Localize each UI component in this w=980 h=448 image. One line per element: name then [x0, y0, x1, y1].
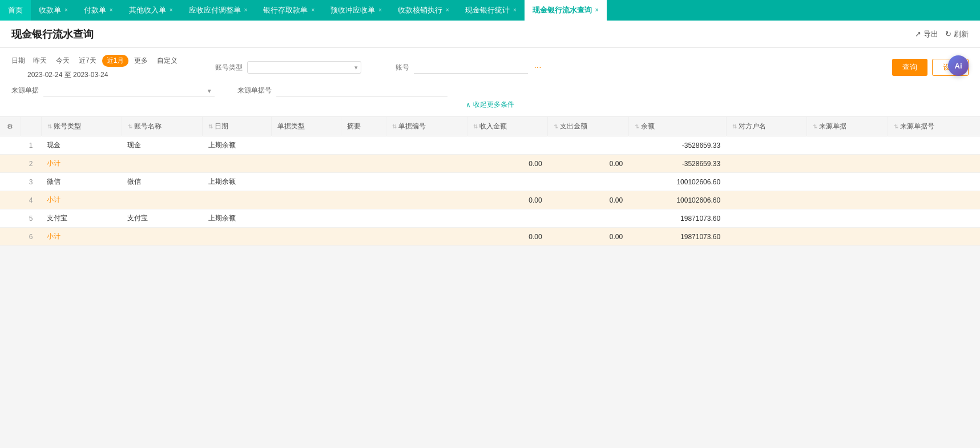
account-type-select[interactable] — [247, 61, 361, 74]
td-balance: 19871073.60 — [628, 209, 726, 228]
td-doc-type — [271, 209, 341, 228]
td-doc-number — [386, 155, 467, 173]
td-gear — [0, 191, 21, 209]
td-expense — [548, 209, 628, 228]
th-account-type[interactable]: 账号类型 — [41, 117, 122, 136]
date-btn-custom[interactable]: 自定义 — [154, 55, 181, 67]
nav-tab-0[interactable]: 收款单 × — [31, 0, 76, 21]
th-settings[interactable]: ⚙ — [0, 117, 21, 136]
query-button[interactable]: 查询 — [892, 59, 927, 76]
close-icon-8[interactable]: × — [595, 0, 599, 21]
table-body: 1 现金 现金 上期余额 -3528659.33 2 小计 0.00 0.00 … — [0, 136, 980, 246]
td-expense: 0.00 — [548, 191, 628, 209]
th-account-name[interactable]: 账号名称 — [122, 117, 202, 136]
close-icon-0[interactable]: × — [64, 0, 68, 21]
nav-tab-2[interactable]: 其他收入单 × — [121, 0, 181, 21]
source-doc-num-input[interactable] — [276, 84, 447, 96]
table-row: 4 小计 0.00 0.00 100102606.60 — [0, 191, 980, 209]
td-expense — [548, 173, 628, 191]
date-btn-yesterday[interactable]: 昨天 — [30, 55, 50, 67]
collapse-bar[interactable]: ∧ 收起更多条件 — [11, 96, 969, 112]
td-account-type: 小计 — [41, 155, 122, 173]
date-options: 昨天 今天 近7天 近1月 更多 自定义 — [30, 55, 181, 67]
td-doc-number — [386, 191, 467, 209]
th-balance[interactable]: 余额 — [628, 117, 726, 136]
td-doc-type — [271, 191, 341, 209]
account-type-filter: 账号类型 — [215, 61, 361, 74]
td-account-type: 小计 — [41, 228, 122, 246]
td-gear — [0, 155, 21, 173]
td-account-type: 支付宝 — [41, 209, 122, 228]
close-icon-5[interactable]: × — [378, 0, 382, 21]
source-doc-select[interactable] — [43, 84, 215, 96]
nav-tab-5[interactable]: 预收冲应收单 × — [322, 0, 390, 21]
td-account-type: 现金 — [41, 136, 122, 155]
date-btn-more[interactable]: 更多 — [131, 55, 151, 67]
th-date[interactable]: 日期 — [203, 117, 271, 136]
td-index: 1 — [21, 136, 41, 155]
td-index: 3 — [21, 173, 41, 191]
account-type-label: 账号类型 — [215, 63, 243, 72]
date-range-display: 2023-02-24 至 2023-03-24 — [27, 70, 181, 80]
nav-tab-7[interactable]: 现金银行统计 × — [457, 0, 525, 21]
ai-button[interactable]: Ai — [948, 55, 969, 76]
close-icon-2[interactable]: × — [170, 0, 173, 21]
td-counterparty — [726, 191, 806, 209]
date-label: 日期 — [11, 56, 25, 66]
td-source-doc — [807, 191, 888, 209]
td-summary — [341, 173, 386, 191]
td-balance: 100102606.60 — [628, 173, 726, 191]
nav-tab-3[interactable]: 应收应付调整单 × — [181, 0, 256, 21]
data-table: ⚙ 账号类型 账号名称 日期 单据类型 摘要 单据编号 收入金额 支出金额 余额… — [0, 117, 980, 246]
td-index: 5 — [21, 209, 41, 228]
close-icon-6[interactable]: × — [446, 0, 449, 21]
refresh-icon: ↻ — [945, 30, 951, 38]
td-source-doc — [807, 136, 888, 155]
td-date: 上期余额 — [203, 173, 271, 191]
td-source-doc — [807, 209, 888, 228]
nav-tab-4[interactable]: 银行存取款单 × — [255, 0, 322, 21]
close-icon-4[interactable]: × — [311, 0, 314, 21]
account-input[interactable] — [414, 62, 528, 74]
nav-tab-8[interactable]: 现金银行流水查询 × — [525, 0, 607, 21]
close-icon-3[interactable]: × — [244, 0, 248, 21]
filter-area: 日期 昨天 今天 近7天 近1月 更多 自定义 2023-02-24 至 202… — [0, 48, 980, 117]
export-button[interactable]: ↗ 导出 — [915, 29, 938, 39]
td-account-name: 支付宝 — [122, 209, 202, 228]
td-summary — [341, 228, 386, 246]
close-icon-1[interactable]: × — [110, 0, 113, 21]
td-source-doc-num — [888, 155, 980, 173]
nav-home[interactable]: 首页 — [0, 0, 31, 21]
td-counterparty — [726, 155, 806, 173]
td-index: 6 — [21, 228, 41, 246]
th-income[interactable]: 收入金额 — [467, 117, 547, 136]
td-summary — [341, 136, 386, 155]
page-header: 现金银行流水查询 ↗ 导出 ↻ 刷新 — [0, 21, 980, 48]
table-header: ⚙ 账号类型 账号名称 日期 单据类型 摘要 单据编号 收入金额 支出金额 余额… — [0, 117, 980, 136]
date-btn-1month[interactable]: 近1月 — [102, 55, 129, 67]
filter-row-2: 来源单据 ▾ 来源单据号 — [11, 84, 969, 96]
th-source-doc[interactable]: 来源单据 — [807, 117, 888, 136]
nav-tab-6[interactable]: 收款核销执行 × — [390, 0, 457, 21]
close-icon-7[interactable]: × — [513, 0, 517, 21]
td-gear — [0, 136, 21, 155]
td-gear — [0, 173, 21, 191]
td-date — [203, 228, 271, 246]
date-btn-7days[interactable]: 近7天 — [75, 55, 100, 67]
td-doc-number — [386, 136, 467, 155]
td-summary — [341, 191, 386, 209]
td-source-doc — [807, 173, 888, 191]
td-counterparty — [726, 173, 806, 191]
account-dots-button[interactable]: ··· — [534, 62, 541, 72]
account-type-select-wrapper — [247, 61, 361, 74]
th-counterparty[interactable]: 对方户名 — [726, 117, 806, 136]
nav-tab-1[interactable]: 付款单 × — [76, 0, 121, 21]
th-expense[interactable]: 支出金额 — [548, 117, 628, 136]
td-counterparty — [726, 209, 806, 228]
refresh-button[interactable]: ↻ 刷新 — [945, 29, 969, 39]
source-doc-select-wrapper: ▾ — [43, 84, 215, 96]
th-source-doc-num[interactable]: 来源单据号 — [888, 117, 980, 136]
account-filter: 账号 ··· — [396, 62, 541, 74]
th-doc-number[interactable]: 单据编号 — [386, 117, 467, 136]
date-btn-today[interactable]: 今天 — [53, 55, 73, 67]
